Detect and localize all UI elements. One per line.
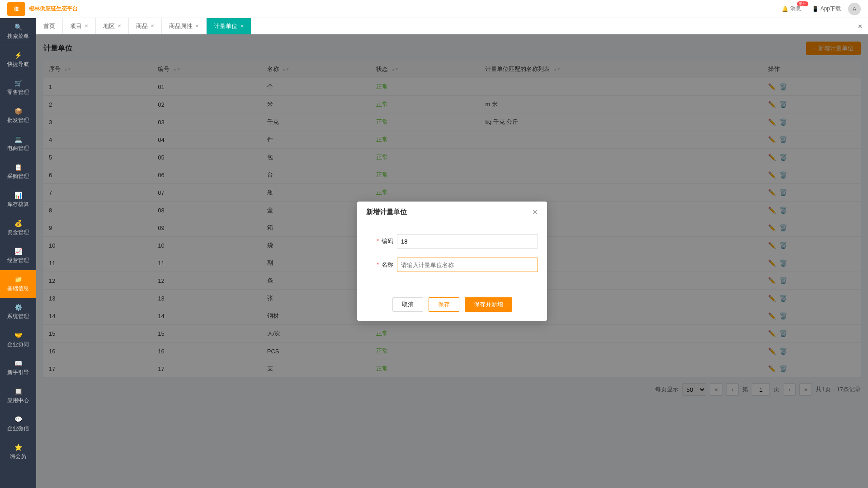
main-layout: 🔍 搜索菜单 ⚡ 快捷导航 🛒 零售管理 📦 批发管理 💻 电商管理 📋 采购管… bbox=[0, 18, 868, 488]
avatar[interactable]: A bbox=[848, 3, 861, 15]
app-label: App下载 bbox=[821, 5, 841, 13]
tab-region-label: 地区 bbox=[103, 22, 115, 30]
sidebar-label-wholesale: 批发管理 bbox=[7, 117, 29, 124]
app-download-button[interactable]: 📱 App下载 bbox=[812, 5, 841, 13]
tab-goods[interactable]: 商品 ✕ bbox=[129, 18, 162, 34]
content-area: 首页 项目 ✕ 地区 ✕ 商品 ✕ 商品属性 ✕ 计量单位 ✕ ✕ bbox=[36, 18, 868, 488]
sidebar-item-basic[interactable]: 📁 基础信息 bbox=[0, 270, 36, 298]
sidebar-label-inventory: 库存核算 bbox=[7, 201, 29, 208]
sidebar-item-purchase[interactable]: 📋 采购管理 bbox=[0, 158, 36, 186]
sidebar: 🔍 搜索菜单 ⚡ 快捷导航 🛒 零售管理 📦 批发管理 💻 电商管理 📋 采购管… bbox=[0, 18, 36, 488]
system-icon: ⚙️ bbox=[14, 304, 22, 311]
message-button[interactable]: 🔔 消息 99+ bbox=[778, 5, 805, 13]
name-input[interactable] bbox=[397, 258, 538, 272]
message-badge: 99+ bbox=[797, 1, 808, 6]
sidebar-item-appcenter[interactable]: 🔲 应用中心 bbox=[0, 382, 36, 410]
sidebar-label-partner: 企业协同 bbox=[7, 341, 29, 348]
sidebar-item-nav[interactable]: ⚡ 快捷导航 bbox=[0, 46, 36, 74]
download-icon: 📱 bbox=[812, 6, 819, 12]
sidebar-label-guide: 新手引导 bbox=[7, 369, 29, 376]
tab-region[interactable]: 地区 ✕ bbox=[96, 18, 129, 34]
tab-unit[interactable]: 计量单位 ✕ bbox=[207, 18, 251, 34]
sidebar-item-finance[interactable]: 💰 资金管理 bbox=[0, 214, 36, 242]
name-label: * 名称 bbox=[366, 261, 393, 269]
logo-area: 橙 橙林供应链生态平台 bbox=[7, 2, 78, 16]
sidebar-label-retail: 零售管理 bbox=[7, 89, 29, 96]
inventory-icon: 📊 bbox=[14, 192, 22, 199]
tab-unit-close[interactable]: ✕ bbox=[240, 23, 244, 28]
required-star-name: * bbox=[377, 261, 379, 268]
sidebar-label-nav: 快捷导航 bbox=[7, 61, 29, 68]
basic-icon: 📁 bbox=[14, 276, 22, 283]
dialog-header: 新增计量单位 ✕ bbox=[357, 202, 547, 223]
tab-bar-close-button[interactable]: ✕ bbox=[852, 18, 868, 34]
sidebar-item-wholesale[interactable]: 📦 批发管理 bbox=[0, 102, 36, 130]
sidebar-label-membership: 嗨会员 bbox=[10, 453, 26, 460]
sidebar-item-system[interactable]: ⚙️ 系统管理 bbox=[0, 298, 36, 326]
sidebar-label-enterprise: 企业微信 bbox=[7, 425, 29, 432]
top-header: 橙 橙林供应链生态平台 🔔 消息 99+ 📱 App下载 A bbox=[0, 0, 868, 18]
code-label: * 编码 bbox=[366, 237, 393, 245]
logo-text: 橙林供应链生态平台 bbox=[29, 5, 78, 13]
partner-icon: 🤝 bbox=[14, 332, 22, 339]
sidebar-label-operations: 经营管理 bbox=[7, 257, 29, 264]
sidebar-item-inventory[interactable]: 📊 库存核算 bbox=[0, 186, 36, 214]
sidebar-item-enterprise[interactable]: 💬 企业微信 bbox=[0, 410, 36, 438]
tab-bar: 首页 项目 ✕ 地区 ✕ 商品 ✕ 商品属性 ✕ 计量单位 ✕ ✕ bbox=[36, 18, 868, 34]
save-button[interactable]: 保存 bbox=[429, 297, 459, 312]
finance-icon: 💰 bbox=[14, 220, 22, 227]
operations-icon: 📈 bbox=[14, 248, 22, 255]
tab-project-label: 项目 bbox=[70, 22, 82, 30]
sidebar-item-search[interactable]: 🔍 搜索菜单 bbox=[0, 18, 36, 46]
sidebar-item-membership[interactable]: ⭐ 嗨会员 bbox=[0, 438, 36, 466]
wholesale-icon: 📦 bbox=[14, 108, 22, 115]
sidebar-label-ecommerce: 电商管理 bbox=[7, 145, 29, 152]
sidebar-label-finance: 资金管理 bbox=[7, 229, 29, 236]
tab-goods-attr-close[interactable]: ✕ bbox=[195, 23, 199, 28]
sidebar-item-operations[interactable]: 📈 经营管理 bbox=[0, 242, 36, 270]
page-content: 计量单位 + 新增计量单位 序号 ▲▼ 编号 ▲▼ 名称 ▲▼ 状态 ▲▼ 计量… bbox=[36, 34, 868, 488]
header-right: 🔔 消息 99+ 📱 App下载 A bbox=[778, 3, 861, 15]
guide-icon: 📖 bbox=[14, 360, 22, 367]
tab-home-label: 首页 bbox=[43, 22, 55, 30]
logo-icon: 橙 bbox=[7, 2, 25, 16]
tab-project-close[interactable]: ✕ bbox=[85, 23, 88, 28]
tab-goods-close[interactable]: ✕ bbox=[151, 23, 154, 28]
sidebar-label-appcenter: 应用中心 bbox=[7, 397, 29, 404]
tab-region-close[interactable]: ✕ bbox=[118, 23, 121, 28]
tab-goods-attr[interactable]: 商品属性 ✕ bbox=[162, 18, 207, 34]
membership-icon: ⭐ bbox=[14, 444, 22, 451]
dialog-add-unit: 新增计量单位 ✕ * 编码 * bbox=[357, 202, 547, 321]
form-row-name: * 名称 bbox=[366, 258, 538, 272]
tab-unit-label: 计量单位 bbox=[214, 22, 237, 30]
sidebar-item-partner[interactable]: 🤝 企业协同 bbox=[0, 326, 36, 354]
ecommerce-icon: 💻 bbox=[14, 136, 22, 143]
dialog-title: 新增计量单位 bbox=[366, 208, 407, 216]
enterprise-icon: 💬 bbox=[14, 416, 22, 423]
lightning-icon: ⚡ bbox=[14, 52, 22, 59]
sidebar-item-retail[interactable]: 🛒 零售管理 bbox=[0, 74, 36, 102]
sidebar-label-basic: 基础信息 bbox=[7, 285, 29, 292]
appcenter-icon: 🔲 bbox=[14, 388, 22, 395]
required-star-code: * bbox=[377, 238, 379, 244]
sidebar-label-search: 搜索菜单 bbox=[7, 33, 29, 40]
purchase-icon: 📋 bbox=[14, 164, 22, 171]
tab-project[interactable]: 项目 ✕ bbox=[63, 18, 96, 34]
tab-goods-label: 商品 bbox=[136, 22, 148, 30]
sidebar-label-system: 系统管理 bbox=[7, 313, 29, 320]
cancel-button[interactable]: 取消 bbox=[392, 297, 423, 312]
dialog-footer: 取消 保存 保存并新增 bbox=[357, 292, 547, 321]
form-row-code: * 编码 bbox=[366, 234, 538, 249]
save-and-new-button[interactable]: 保存并新增 bbox=[465, 297, 512, 312]
sidebar-item-guide[interactable]: 📖 新手引导 bbox=[0, 354, 36, 382]
dialog-close-button[interactable]: ✕ bbox=[532, 208, 538, 216]
sidebar-item-ecommerce[interactable]: 💻 电商管理 bbox=[0, 130, 36, 158]
bell-icon: 🔔 bbox=[782, 6, 788, 12]
tab-home[interactable]: 首页 bbox=[36, 18, 63, 34]
search-icon: 🔍 bbox=[14, 23, 22, 31]
sidebar-label-purchase: 采购管理 bbox=[7, 173, 29, 180]
tab-goods-attr-label: 商品属性 bbox=[169, 22, 193, 30]
code-input[interactable] bbox=[397, 234, 538, 249]
dialog-overlay: 新增计量单位 ✕ * 编码 * bbox=[36, 34, 868, 488]
retail-icon: 🛒 bbox=[14, 80, 22, 87]
